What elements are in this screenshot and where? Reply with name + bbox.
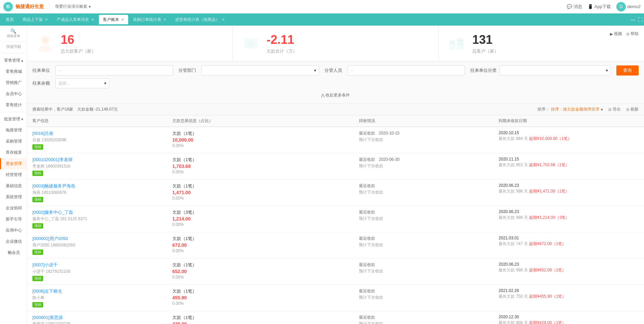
overdue-link-2[interactable]: 超期¥1,471.00（1笔） [529, 189, 569, 194]
customer-name-2[interactable]: [0003]畅捷服务尹海燕 [32, 183, 172, 189]
balance-arrow: ▾ [104, 81, 106, 86]
sidebar-search[interactable]: 🔍 搜索菜单 [0, 26, 27, 41]
col-header-debt: 欠款交易信息（占比） [172, 118, 359, 124]
company-selector[interactable]: 母婴行业演示账套 ▾ [55, 4, 91, 9]
due-date-5: 2020.06.23 [499, 262, 639, 267]
tab-customer-account[interactable]: 客户账本 ✕ [99, 15, 128, 24]
total-customers-label: 总客户（家） [472, 48, 636, 54]
sidebar-item-enterprise[interactable]: 企业协同 [0, 203, 27, 214]
sidebar-item-finance[interactable]: 资金管理 [0, 158, 27, 169]
date-info-4: 2021.03.01 最长欠款 747 天 超期¥672.00（1笔） [499, 236, 639, 247]
customer-name-6[interactable]: [0006]去下粮仓 [32, 288, 172, 294]
customer-name-3[interactable]: [0002]服务中心_丁磊 [32, 209, 172, 215]
sidebar-item-member-plus[interactable]: 畅会员 [0, 247, 27, 258]
sidebar-app-center-label: 应用中心 [6, 228, 22, 233]
debt-amount-5[interactable]: 652.00 [172, 269, 359, 274]
result-sort[interactable]: 排序： 排序：按欠款金额倒序排序 ▾ [537, 107, 603, 112]
customer-name-5[interactable]: [0007]小进千 [32, 262, 172, 268]
overdue-link-7[interactable]: 超期¥429.00（1笔） [529, 320, 566, 324]
sidebar-item-basic-info[interactable]: 基础信息 [0, 180, 27, 192]
from-unit-input[interactable]: ··· [55, 65, 173, 76]
export-button[interactable]: ⊙ 导出 [608, 107, 621, 112]
sidebar-item-marketing[interactable]: 营销推广 [0, 77, 27, 88]
tab-customer-account-close[interactable]: ✕ [121, 18, 124, 22]
overdue-link-3[interactable]: 超期¥1,214.00（3笔） [529, 215, 569, 220]
sidebar-item-purchase[interactable]: 采购管理 [0, 136, 27, 147]
sidebar-divider-1 [0, 53, 27, 54]
search-button[interactable]: 查询 [616, 65, 639, 76]
filter-balance: 往来余额 选择... ▾ [32, 78, 639, 88]
debt-ratio-3: 0.00% [172, 222, 359, 227]
overdue-link-5[interactable]: 超期¥652.00（1笔） [529, 268, 566, 272]
debt-amount-0[interactable]: 10,000.00 [172, 137, 359, 143]
tab-maximize-icon[interactable]: ⛶ [638, 17, 643, 22]
sidebar-item-warehouse[interactable]: 库存核算 [0, 147, 27, 158]
overdue-link-4[interactable]: 超期¥672.00（1笔） [529, 241, 566, 246]
sidebar-item-batch-mgmt[interactable]: 批发管理 ▼ [0, 114, 27, 125]
customer-name-7[interactable]: [000001]黄思源 [32, 315, 172, 321]
sidebar-item-retail-mall[interactable]: 零售商城 [0, 66, 27, 77]
sidebar-item-guide[interactable]: 新手引导 [0, 214, 27, 225]
tab-purchase-stats[interactable]: 进货单统计表（按商品） ✕ [171, 15, 229, 24]
balance-select[interactable]: 选择... ▾ [55, 78, 109, 88]
debt-amount-3[interactable]: 1,214.00 [172, 216, 359, 222]
overdue-link-6[interactable]: 超期¥455.90（1笔） [529, 294, 566, 299]
unit-class-label: 往来单位分类 [470, 67, 497, 73]
collapse-bar: ⋀ 收起更多条件 [32, 91, 639, 99]
sidebar-purchase-label: 采购管理 [6, 139, 22, 144]
debt-amount-1[interactable]: 1,703.68 [172, 164, 359, 169]
customer-name-4[interactable]: [000002]用户2050 [32, 236, 172, 242]
help-btn[interactable]: ⊙ 帮助 [626, 31, 639, 37]
dept-select[interactable]: ▾ [201, 65, 319, 76]
recovery-next-2: 预计下次收款 [359, 189, 499, 195]
tab-home[interactable]: 首页 [2, 15, 18, 24]
sidebar-retail-stats-label: 零售统计 [6, 102, 22, 107]
sidebar-item-operation[interactable]: 经营管理 [0, 169, 27, 180]
tab-purchase-order[interactable]: 采购订单统计表 ✕ [129, 15, 170, 24]
sidebar-item-corp-wechat[interactable]: 企业微信 [0, 236, 27, 247]
message-label: 消息 [573, 4, 582, 10]
sidebar-item-ecommerce[interactable]: 电商管理 [0, 125, 27, 136]
overdue-link-0[interactable]: 超期¥10,000.00（1笔） [529, 136, 572, 141]
customer-tag-0: 现销 [32, 144, 43, 150]
debt-amount-6[interactable]: 455.90 [172, 295, 359, 300]
sidebar-divider-2 [0, 112, 27, 112]
sidebar-item-quick-nav[interactable]: 快捷导航 [0, 41, 27, 52]
view-video-btn[interactable]: ▶ 视频 [610, 31, 622, 37]
tab-product-history-close[interactable]: ✕ [91, 18, 94, 22]
tab-minimize-icon[interactable]: — [631, 17, 635, 22]
sidebar-item-member[interactable]: 会员中心 [0, 88, 27, 99]
sidebar-warehouse-label: 库存核算 [6, 150, 22, 155]
sidebar-item-system[interactable]: 系统管理 [0, 192, 27, 203]
sidebar-item-app-center[interactable]: 应用中心 [0, 225, 27, 236]
person-input[interactable]: ··· [347, 65, 465, 76]
app-download-button[interactable]: 📱 App下载 [588, 4, 611, 10]
unit-class-select[interactable]: ▾ [499, 65, 611, 76]
tab-purchase-order-close[interactable]: ✕ [163, 18, 166, 22]
customer-phone-3: 服务中心_丁磊 181 0125 8371 [32, 216, 172, 222]
tab-purchase-stats-close[interactable]: ✕ [222, 18, 225, 22]
customer-name-1[interactable]: [0001020001]李老师 [32, 157, 172, 163]
sidebar-basic-info-label: 基础信息 [6, 183, 22, 188]
due-date-1: 2020.11.15 [499, 157, 639, 161]
overdue-link-1[interactable]: 超期¥1,703.68（1笔） [529, 163, 569, 167]
customer-info-1: [0001020001]李老师 李老师 18600391516 现销 [32, 157, 172, 176]
sidebar-item-retail-mgmt[interactable]: 零售管理 ▲ [0, 55, 27, 66]
debt-amount-2[interactable]: 1,471.00 [172, 190, 359, 195]
sidebar-item-retail-stats[interactable]: 零售统计 [0, 99, 27, 111]
date-info-0: 2020.10.15 最长欠款 884 天 超期¥10,000.00（1笔） [499, 130, 639, 142]
tab-product-history[interactable]: 产成品入库单历史 ✕ [53, 15, 98, 24]
tab-product-off-close[interactable]: ✕ [45, 18, 48, 22]
date-info-5: 2020.06.23 最长欠款 998 天 超期¥652.00（1笔） [499, 262, 639, 273]
message-button[interactable]: 💬 消息 [567, 4, 582, 10]
debt-amount-7[interactable]: 429.00 [172, 321, 359, 324]
customer-name-0[interactable]: [0016]吕俊 [32, 130, 172, 137]
tab-product-off[interactable]: 商品上下架 ✕ [19, 15, 52, 24]
debt-amount-4[interactable]: 672.00 [172, 242, 359, 248]
collapse-button[interactable]: ⋀ 收起更多条件 [321, 92, 350, 98]
due-date-6: 2021.02.26 [499, 288, 639, 293]
due-date-4: 2021.03.01 [499, 236, 639, 240]
debt-info-0: 欠款（1笔） 10,000.00 0.00% [172, 130, 359, 148]
user-menu[interactable]: D demo2 [616, 2, 641, 11]
refresh-button[interactable]: ⊙ 刷新 [626, 107, 639, 112]
